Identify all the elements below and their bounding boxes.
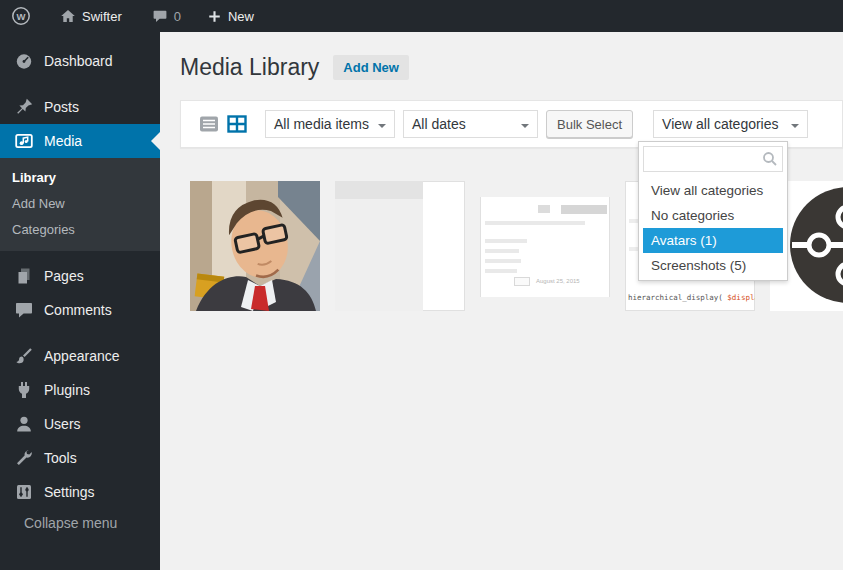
media-item-screenshot-settings[interactable]: August 25, 2015	[480, 181, 610, 311]
sidebar-label: Comments	[44, 302, 112, 318]
screenshot-region	[514, 277, 530, 286]
plug-icon	[14, 380, 34, 400]
plus-icon	[207, 9, 222, 24]
category-option-3[interactable]: Screenshots (5)	[643, 253, 783, 278]
submenu-label: Library	[12, 170, 56, 185]
sidebar-item-media[interactable]: Media	[0, 124, 160, 158]
sidebar-label: Settings	[44, 484, 95, 500]
screenshot-region	[480, 297, 610, 311]
user-icon	[14, 414, 34, 434]
caret-down-icon	[521, 124, 529, 132]
new-content-button[interactable]: New	[197, 0, 264, 32]
sidebar-item-pages[interactable]: Pages	[0, 259, 160, 293]
grid-view-icon[interactable]	[227, 114, 247, 134]
pushpin-icon	[14, 97, 34, 117]
wordpress-menu-button[interactable]: W	[0, 0, 42, 32]
category-filter-value: View all categories	[662, 116, 778, 132]
collapse-menu-label: Collapse menu	[24, 515, 117, 531]
screenshot-region	[335, 181, 423, 199]
screenshot-region	[335, 181, 423, 311]
screenshot-region	[538, 205, 550, 213]
sidebar-item-users[interactable]: Users	[0, 407, 160, 441]
sidebar-label: Appearance	[44, 348, 120, 364]
list-view-icon[interactable]	[199, 114, 219, 134]
category-search	[643, 146, 783, 172]
category-dropdown-panel: View all categories No categories Avatar…	[638, 141, 788, 281]
media-submenu: Library Add New Categories	[0, 158, 160, 251]
category-options-list: View all categories No categories Avatar…	[643, 178, 783, 278]
sidebar-item-comments[interactable]: Comments	[0, 293, 160, 327]
comments-bubble-icon	[152, 8, 168, 24]
category-option-2[interactable]: Avatars (1)	[643, 228, 783, 253]
site-name: Swifter	[82, 9, 122, 24]
sidebar-item-settings[interactable]: Settings	[0, 475, 160, 509]
wordpress-logo-icon: W	[11, 6, 31, 26]
admin-sidebar: Dashboard Posts Media Library	[0, 32, 160, 570]
settings-sliders-icon	[14, 482, 34, 502]
collapse-menu-button[interactable]: Collapse menu	[0, 509, 160, 537]
sidebar-label: Media	[44, 133, 82, 149]
sidebar-item-appearance[interactable]: Appearance	[0, 339, 160, 373]
main-content: Media Library Add New	[160, 32, 843, 570]
category-option-1[interactable]: No categories	[643, 203, 783, 228]
screenshot-region	[485, 239, 527, 243]
page-header: Media Library Add New	[180, 52, 843, 82]
paintbrush-icon	[14, 346, 34, 366]
caret-down-icon	[378, 124, 386, 132]
sidebar-item-tools[interactable]: Tools	[0, 441, 160, 475]
wrench-icon	[14, 448, 34, 468]
category-option-0[interactable]: View all categories	[643, 178, 783, 203]
screenshot-code-text: hierarchical_display( $display )	[628, 293, 755, 302]
media-icon	[14, 131, 34, 151]
sidebar-label: Posts	[44, 99, 79, 115]
category-filter-select[interactable]: View all categories	[653, 110, 808, 138]
media-item-portrait-photo[interactable]	[190, 181, 320, 311]
sidebar-item-media-categories[interactable]: Categories	[0, 217, 160, 243]
comment-icon	[14, 300, 34, 320]
screenshot-region	[485, 259, 521, 263]
date-filter-select[interactable]: All dates	[403, 110, 538, 138]
sidebar-item-media-add-new[interactable]: Add New	[0, 191, 160, 217]
dashboard-icon	[14, 51, 34, 71]
pages-icon	[14, 266, 34, 286]
view-switch	[199, 114, 247, 134]
screenshot-region	[485, 221, 585, 225]
screenshot-region	[485, 249, 519, 253]
wordpress-admin-screen: W Swifter 0 New	[0, 0, 843, 570]
screenshot-date-text: August 25, 2015	[536, 278, 580, 284]
screenshot-region	[480, 181, 610, 197]
comments-bar-link[interactable]: 0	[142, 0, 191, 32]
media-type-filter-value: All media items	[274, 116, 369, 132]
bulk-select-button[interactable]: Bulk Select	[546, 110, 633, 138]
search-icon	[762, 151, 778, 167]
sidebar-label: Users	[44, 416, 81, 432]
page-title: Media Library	[180, 52, 319, 82]
svg-text:W: W	[17, 11, 26, 22]
sidebar-item-posts[interactable]: Posts	[0, 90, 160, 124]
caret-down-icon	[791, 124, 799, 132]
admin-bar: W Swifter 0 New	[0, 0, 843, 32]
submenu-label: Categories	[12, 222, 75, 237]
home-icon	[60, 8, 76, 24]
sidebar-label: Tools	[44, 450, 77, 466]
site-name-link[interactable]: Swifter	[50, 0, 132, 32]
sidebar-item-plugins[interactable]: Plugins	[0, 373, 160, 407]
sidebar-item-dashboard[interactable]: Dashboard	[0, 44, 160, 78]
new-label: New	[228, 9, 254, 24]
screenshot-region	[561, 205, 607, 214]
submenu-label: Add New	[12, 196, 65, 211]
screenshot-region	[485, 269, 517, 273]
sidebar-label: Dashboard	[44, 53, 113, 69]
sidebar-item-media-library[interactable]: Library	[0, 165, 160, 191]
sidebar-label: Plugins	[44, 382, 90, 398]
comments-count: 0	[174, 9, 181, 24]
sidebar-label: Pages	[44, 268, 84, 284]
add-new-button[interactable]: Add New	[333, 55, 409, 80]
media-item-screenshot-blank[interactable]	[335, 181, 465, 311]
media-type-filter-select[interactable]: All media items	[265, 110, 395, 138]
date-filter-value: All dates	[412, 116, 466, 132]
